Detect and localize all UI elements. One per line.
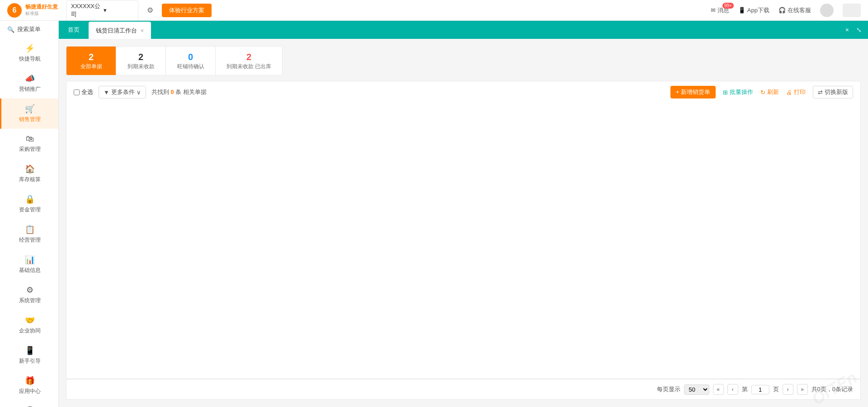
sidebar-label-inventory: 库存核算 bbox=[19, 176, 41, 183]
logo-text: 畅捷通好生意 标准版 bbox=[25, 4, 58, 16]
page-input[interactable] bbox=[751, 385, 769, 394]
stats-tabs: 2 全部单据 2 到期未收款 0 旺铺待确认 2 到期未收款 已出库 bbox=[66, 46, 283, 75]
logo-icon: 6 bbox=[7, 3, 22, 18]
stat-tab-overdue[interactable]: 2 到期未收款 bbox=[116, 47, 166, 75]
message-button[interactable]: ✉ 消息 99+ bbox=[711, 6, 729, 14]
sidebar-item-system[interactable]: ⚙ 系统管理 bbox=[0, 280, 58, 310]
app-title: 畅捷通好生意 bbox=[25, 4, 58, 10]
page-content: 2 全部单据 2 到期未收款 0 旺铺待确认 2 到期未收款 已出库 bbox=[59, 39, 868, 407]
bag-icon: 🛍 bbox=[26, 134, 34, 144]
filter-button[interactable]: ▼ 更多条件 ∨ bbox=[99, 86, 146, 98]
total-label: 共0页，0条记录 bbox=[811, 385, 853, 393]
app-subtitle: 标准版 bbox=[25, 10, 58, 17]
stat-num-all: 2 bbox=[77, 51, 105, 63]
prev-page-button[interactable]: ‹ bbox=[727, 384, 738, 395]
avatar[interactable] bbox=[820, 4, 834, 17]
sidebar-label-quick-nav: 快捷导航 bbox=[19, 55, 41, 63]
sidebar-label-newbie: 新手引导 bbox=[19, 357, 41, 365]
company-name: XXXXXX公司 bbox=[71, 2, 101, 19]
sidebar-item-apps[interactable]: 🎁 应用中心 bbox=[0, 370, 58, 401]
sidebar-label-system: 系统管理 bbox=[19, 297, 41, 304]
stat-label-shipped: 到期未收款 已出库 bbox=[226, 63, 271, 70]
last-page-button[interactable]: » bbox=[797, 384, 808, 395]
per-page-select[interactable]: 50 100 200 bbox=[684, 384, 709, 395]
megaphone-icon: 📣 bbox=[25, 74, 35, 84]
sidebar-label-enterprise: 企业协同 bbox=[19, 327, 41, 335]
page-suffix: 页 bbox=[773, 385, 779, 393]
sidebar-label-operations: 经营管理 bbox=[19, 236, 41, 244]
filter-icon: ▼ bbox=[104, 89, 109, 96]
sidebar-item-basics[interactable]: 📊 基础信息 bbox=[0, 249, 58, 280]
online-service-button[interactable]: 🎧 在线客服 bbox=[778, 6, 811, 14]
page-label: 第 bbox=[742, 385, 748, 393]
chevron-down-icon: ▾ bbox=[104, 7, 133, 14]
sidebar-item-newbie[interactable]: 📱 新手引导 bbox=[0, 340, 58, 370]
tab-home-label: 首页 bbox=[68, 26, 80, 34]
chevron-icon: ∨ bbox=[137, 89, 141, 96]
stat-tab-all[interactable]: 2 全部单据 bbox=[66, 47, 116, 75]
house-icon: 🏠 bbox=[25, 164, 35, 174]
sidebar-label-finance: 资金管理 bbox=[19, 206, 41, 214]
toolbar: 全选 ▼ 更多条件 ∨ 共找到 0 条 相关单据 bbox=[66, 81, 861, 103]
sidebar-item-sales[interactable]: 🛒 销售管理 bbox=[0, 98, 58, 129]
select-all-checkbox[interactable]: 全选 bbox=[74, 88, 93, 96]
tab-min-button[interactable]: × bbox=[844, 24, 851, 35]
lock-icon: 🔒 bbox=[25, 194, 35, 204]
batch-operation-button[interactable]: ⊞ 批量操作 bbox=[723, 88, 753, 96]
sidebar-item-purchase[interactable]: 🛍 采购管理 bbox=[0, 129, 58, 159]
table-section: 全选 ▼ 更多条件 ∨ 共找到 0 条 相关单据 bbox=[66, 81, 861, 400]
cart-icon: 🛒 bbox=[25, 104, 35, 114]
found-unit: 条 bbox=[175, 89, 181, 95]
stat-tab-pending[interactable]: 0 旺铺待确认 bbox=[166, 47, 216, 75]
tab-active-label: 钱货日清工作台 bbox=[96, 27, 137, 35]
filter-label: 更多条件 bbox=[111, 88, 135, 96]
tab-active[interactable]: 钱货日清工作台 × bbox=[89, 22, 151, 40]
sidebar-item-marketing[interactable]: 📣 营销推广 bbox=[0, 68, 58, 98]
tab-max-button[interactable]: ⤡ bbox=[854, 24, 863, 35]
headset-icon: 🎧 bbox=[778, 7, 786, 14]
switch-version-button[interactable]: ⇄ 切换新版 bbox=[813, 86, 853, 98]
first-page-button[interactable]: « bbox=[713, 384, 724, 395]
stat-num-overdue: 2 bbox=[127, 51, 155, 63]
app-download-label: App下载 bbox=[747, 6, 769, 14]
select-all-input[interactable] bbox=[74, 89, 80, 95]
sidebar-item-enterprise[interactable]: 🤝 企业协同 bbox=[0, 310, 58, 340]
header-right: ✉ 消息 99+ 📱 App下载 🎧 在线客服 bbox=[711, 4, 861, 17]
tab-close-icon[interactable]: × bbox=[141, 28, 144, 34]
per-page-label: 每页显示 bbox=[657, 385, 680, 393]
avatar-extra[interactable] bbox=[843, 4, 861, 17]
content-area: 首页 钱货日清工作台 × × ⤡ 2 全部单据 2 到期未收款 bbox=[59, 21, 868, 407]
stat-label-overdue: 到期未收款 bbox=[127, 63, 155, 70]
top-header: 6 畅捷通好生意 标准版 XXXXXX公司 ▾ ⚙ 体验行业方案 ✉ 消息 99… bbox=[0, 0, 868, 21]
refresh-button[interactable]: ↻ 刷新 bbox=[760, 88, 779, 96]
sidebar-label-marketing: 营销推广 bbox=[19, 85, 41, 93]
found-count: 0 bbox=[171, 89, 174, 95]
gift-icon: 🎁 bbox=[25, 376, 35, 386]
refresh-label: 刷新 bbox=[767, 88, 779, 96]
sidebar-item-wechat[interactable]: 💬 企业微信 bbox=[0, 401, 58, 407]
sidebar-item-operations[interactable]: 📋 经营管理 bbox=[0, 219, 58, 249]
table-area bbox=[66, 103, 861, 379]
add-sale-button[interactable]: + 新增销货单 bbox=[670, 86, 716, 98]
switch-label: 切换新版 bbox=[825, 88, 848, 96]
sidebar-item-quick-nav[interactable]: ⚡ 快捷导航 bbox=[0, 38, 58, 68]
stat-label-all: 全部单据 bbox=[77, 63, 105, 70]
print-icon: 🖨 bbox=[786, 89, 792, 96]
message-icon: ✉ bbox=[711, 7, 716, 14]
company-selector[interactable]: XXXXXX公司 ▾ bbox=[66, 0, 138, 21]
tab-bar: 首页 钱货日清工作台 × × ⤡ bbox=[59, 21, 868, 39]
print-button[interactable]: 🖨 打印 bbox=[786, 88, 806, 96]
tab-home[interactable]: 首页 bbox=[59, 21, 89, 39]
sidebar-label-apps: 应用中心 bbox=[19, 388, 41, 395]
next-page-button[interactable]: › bbox=[783, 384, 793, 395]
sidebar-search[interactable]: 🔍 搜索菜单 bbox=[0, 21, 58, 38]
sidebar-item-finance[interactable]: 🔒 资金管理 bbox=[0, 189, 58, 219]
trial-button[interactable]: 体验行业方案 bbox=[162, 4, 212, 17]
stat-tab-shipped[interactable]: 2 到期未收款 已出库 bbox=[216, 47, 282, 75]
sidebar-item-inventory[interactable]: 🏠 库存核算 bbox=[0, 159, 58, 189]
app-download-button[interactable]: 📱 App下载 bbox=[738, 6, 769, 14]
select-all-label: 全选 bbox=[81, 88, 93, 96]
database-icon: 📊 bbox=[25, 255, 35, 265]
settings-button[interactable]: ⚙ bbox=[143, 3, 157, 18]
print-label: 打印 bbox=[794, 88, 806, 96]
